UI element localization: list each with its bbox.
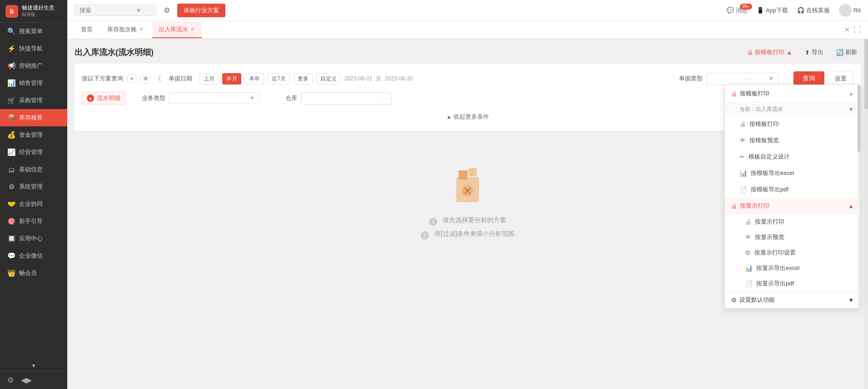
- setup-button[interactable]: 设置: [828, 71, 853, 86]
- filter-collapse-icon[interactable]: 《: [154, 74, 161, 84]
- sidebar-settings-icon[interactable]: ⚙: [7, 376, 14, 384]
- dropdown-template-print[interactable]: 🖨 按模板打印: [725, 116, 860, 132]
- sidebar-item-purchase[interactable]: 🛒 采购管理: [0, 92, 67, 109]
- warehouse-select[interactable]: ···: [301, 92, 392, 105]
- doc-type-more[interactable]: ···: [747, 75, 752, 82]
- sidebar-item-guide[interactable]: 🎯 新手引导: [0, 213, 67, 230]
- business-type-arrow[interactable]: ▼: [249, 95, 255, 101]
- dropdown-template-excel[interactable]: 📊 按模板导出excel: [725, 165, 860, 181]
- filter-add-button[interactable]: +: [127, 74, 137, 84]
- doc-type-arrow[interactable]: ▼: [768, 75, 774, 82]
- default-func-arrow[interactable]: ▼: [848, 297, 854, 304]
- print-template-button[interactable]: 🖨 按模板打印 ▲: [743, 46, 796, 58]
- display-print-group-header[interactable]: 🖨 按显示打印 ▲: [725, 198, 860, 214]
- dropdown-scrollbar-thumb[interactable]: [858, 85, 860, 152]
- app-download-icon: 📱: [757, 7, 764, 14]
- online-service-item[interactable]: 🎧 在线客服: [797, 6, 830, 15]
- hint-row-2: 2 用[过滤]条件来缩小分析范围: [421, 230, 514, 241]
- sidebar-item-label: 企业协同: [19, 200, 43, 208]
- dropdown-display-settings[interactable]: ⚙ 按显示打印设置: [725, 245, 860, 260]
- sidebar-bottom: ⚙ ◀▶: [0, 371, 67, 389]
- business-type-select[interactable]: ▼: [169, 92, 260, 104]
- dropdown-display-pdf[interactable]: 📄 按显示导出pdf: [725, 276, 860, 291]
- finance-icon: 💰: [7, 131, 15, 139]
- app-download-item[interactable]: 📱 App下载: [757, 6, 788, 15]
- filter-settings-button[interactable]: ⚙: [140, 74, 150, 84]
- date-this-month-btn[interactable]: 本月: [222, 73, 241, 85]
- window-maximize-icon[interactable]: ⛶: [853, 26, 861, 34]
- doc-type-select[interactable]: ··· ▼: [706, 73, 779, 85]
- sidebar-item-inventory[interactable]: 📦 库存核算: [0, 109, 67, 126]
- tab-flow-close[interactable]: ×: [190, 25, 195, 33]
- app-download-label: App下载: [766, 6, 788, 15]
- sidebar-collapse-icon[interactable]: ◀▶: [21, 376, 32, 384]
- date-custom-btn[interactable]: 自定义: [316, 73, 341, 85]
- sidebar-item-wechat[interactable]: 💬 企业微信: [0, 247, 67, 264]
- header-gear-icon[interactable]: ⚙: [162, 4, 172, 16]
- sidebar-item-finance[interactable]: 💰 资金管理: [0, 126, 67, 144]
- display-group-arrow[interactable]: ▲: [848, 203, 854, 209]
- window-close-icon[interactable]: ✕: [844, 25, 850, 34]
- date-to: 2023-06-30: [385, 75, 413, 82]
- dropdown-scrollbar[interactable]: [858, 85, 860, 308]
- dropdown-display-preview[interactable]: 👁 按显示预览: [725, 229, 860, 245]
- date-filter-label: 单据日期: [169, 75, 192, 83]
- sidebar-item-app-center[interactable]: 🔲 应用中心: [0, 230, 67, 247]
- flow-tag-label: 流水明细: [97, 94, 120, 102]
- date-more-btn[interactable]: 更多: [294, 73, 313, 85]
- filter-actions: 按以下方案查询 + ⚙ 《: [82, 74, 161, 84]
- trial-button[interactable]: 体验行业方案: [177, 4, 225, 17]
- dropdown-toggle-icon[interactable]: ▲: [848, 90, 854, 97]
- dropdown-template-pdf[interactable]: 📄 按模板导出pdf: [725, 181, 860, 198]
- sidebar-item-operation[interactable]: 📈 经营管理: [0, 144, 67, 161]
- tab-batch[interactable]: 库存批次账 ×: [101, 22, 150, 38]
- purchase-icon: 🛒: [7, 96, 15, 105]
- dropdown-template-preview[interactable]: 👁 按模板预览: [725, 132, 860, 149]
- display-pdf-icon: 📄: [745, 280, 753, 287]
- sidebar-item-quick-nav[interactable]: ⚡ 快捷导航: [0, 40, 67, 57]
- message-badge: 99+: [740, 4, 752, 10]
- display-print-label: 按显示打印: [755, 218, 784, 226]
- sidebar-item-system[interactable]: ⚙ 系统管理: [0, 178, 67, 195]
- print-dropdown-panel: 🖨 按模板打印 ▲ 当前：出入库流水 ▼ 🖨 按模板打印 👁 按模板预览: [724, 85, 861, 309]
- svg-rect-2: [469, 168, 477, 176]
- sidebar-item-basic[interactable]: 🗂 基础信息: [0, 161, 67, 178]
- page-header: 出入库流水(流水明细) 🖨 按模板打印 ▲ ⬆ 导出 🔄 刷新: [75, 46, 861, 58]
- sidebar-item-member[interactable]: 👑 畅会员: [0, 264, 67, 282]
- header-search-box[interactable]: ▼: [75, 5, 156, 16]
- guide-icon: 🎯: [7, 217, 15, 225]
- page-scrollbar[interactable]: [864, 39, 868, 389]
- dropdown-header: 🖨 按模板打印 ▲: [725, 85, 860, 103]
- current-arrow[interactable]: ▼: [848, 106, 854, 113]
- print-dropdown-arrow[interactable]: ▲: [786, 49, 792, 56]
- window-controls: ✕ ⛶: [844, 25, 861, 34]
- message-item[interactable]: 💬 消息 99+: [727, 6, 748, 15]
- refresh-button[interactable]: 🔄 刷新: [833, 46, 861, 58]
- dropdown-display-print[interactable]: 🖨 按显示打印: [725, 214, 860, 229]
- warehouse-more[interactable]: ···: [382, 95, 387, 102]
- date-last-month-btn[interactable]: 上月: [200, 73, 219, 85]
- date-this-year-btn[interactable]: 本年: [245, 73, 264, 85]
- sidebar-item-search[interactable]: 🔍 搜索菜单: [0, 23, 67, 40]
- tab-batch-close[interactable]: ×: [139, 25, 144, 33]
- tab-flow[interactable]: 出入库流水 ×: [152, 22, 202, 38]
- header-search-input[interactable]: [80, 7, 134, 14]
- user-profile[interactable]: Rit: [839, 4, 861, 17]
- tab-home[interactable]: 首页: [75, 22, 99, 38]
- page-scrollbar-thumb[interactable]: [864, 39, 868, 109]
- date-7days-btn[interactable]: 近7天: [268, 73, 290, 85]
- sidebar-item-cooperation[interactable]: 🤝 企业协同: [0, 195, 67, 213]
- sidebar-item-label: 基础信息: [19, 165, 43, 174]
- export-button[interactable]: ⬆ 导出: [801, 46, 827, 58]
- flow-tag[interactable]: ● 流水明细: [82, 92, 125, 105]
- display-excel-icon: 📊: [745, 264, 753, 272]
- sidebar-scroll-down[interactable]: ▼: [0, 361, 67, 371]
- dropdown-default-func[interactable]: ⚙ 设置默认功能 ▼: [725, 291, 860, 308]
- sidebar-item-sales[interactable]: 📊 销售管理: [0, 75, 67, 92]
- dropdown-display-excel[interactable]: 📊 按显示导出excel: [725, 260, 860, 276]
- date-separator: 至: [376, 75, 381, 83]
- search-dropdown-icon[interactable]: ▼: [136, 7, 141, 14]
- sidebar-item-marketing[interactable]: 📢 营销推广: [0, 57, 67, 75]
- query-button[interactable]: 查询: [793, 71, 824, 86]
- dropdown-template-custom[interactable]: ✏ 模板自定义设计: [725, 149, 860, 165]
